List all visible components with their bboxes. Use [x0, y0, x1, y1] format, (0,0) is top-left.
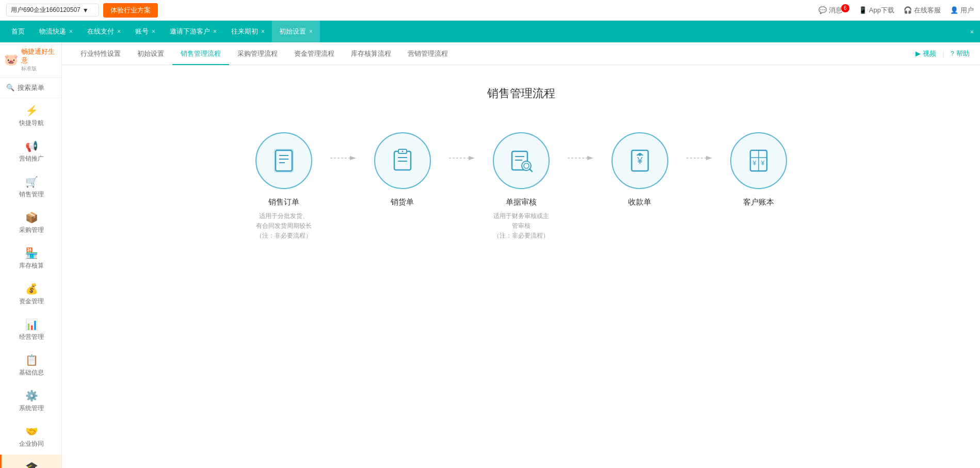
sidebar: 🐷 畅捷通好生意 标准版 🔍 搜索菜单 ⚡ 快捷导航 📢 营销推广 🛒 销售管理…	[0, 42, 62, 468]
sidebar-item-marketing[interactable]: 📢 营销推广	[0, 134, 61, 169]
sidebar-item-inventory[interactable]: 🏪 库存核算	[0, 241, 61, 276]
online-service-link[interactable]: 🎧 在线客服	[904, 6, 941, 15]
video-link[interactable]: ▶ 视频	[915, 49, 936, 58]
flow-circle-receipt[interactable]: ¥	[612, 132, 668, 189]
nav-tab-invite-close[interactable]: ×	[213, 28, 217, 35]
user-selector[interactable]: 用户690企业1660120507 ▼	[6, 4, 99, 17]
layout: 🐷 畅捷通好生意 标准版 🔍 搜索菜单 ⚡ 快捷导航 📢 营销推广 🛒 销售管理…	[0, 42, 980, 468]
flow-content: 销售管理流程 销售订单 适用于分批发货、有合同发货周期较长（注	[62, 65, 980, 262]
nav-tab-payment-label: 在线支付	[87, 27, 114, 36]
subtab-initial-setup[interactable]: 初始设置	[129, 42, 172, 65]
flow-circle-ledger[interactable]: ¥ ¥	[730, 132, 787, 189]
svg-point-24	[638, 153, 641, 156]
subtab-marketing-flow[interactable]: 营销管理流程	[399, 42, 456, 65]
sidebar-item-operations[interactable]: 📊 经营管理	[0, 312, 61, 348]
sidebar-item-finance[interactable]: 💰 资金管理	[0, 276, 61, 312]
message-icon: 💬	[818, 6, 827, 14]
subtab-sales-flow[interactable]: 销售管理流程	[172, 42, 229, 65]
arrow-icon-2	[449, 153, 475, 163]
flow-desc-sales-order: 适用于分批发货、有合同发货周期较长（注：非必要流程）	[256, 211, 312, 241]
subtab-sales-flow-label: 销售管理流程	[181, 49, 221, 58]
svg-marker-6	[350, 156, 356, 160]
cooperation-icon: 🤝	[25, 425, 38, 438]
nav-tab-setup[interactable]: 初始设置 ×	[272, 21, 320, 42]
sidebar-sales-label: 销售管理	[19, 190, 44, 199]
messages-label: 消息	[829, 6, 842, 15]
flow-arrow-2	[449, 132, 475, 163]
nav-tab-setup-close[interactable]: ×	[309, 28, 313, 35]
subtab-inventory-flow-label: 库存核算流程	[351, 49, 391, 58]
sidebar-basic-info-label: 基础信息	[19, 368, 44, 377]
logo-title: 畅捷通好生意	[21, 48, 57, 65]
flow-label-sales-order: 销售订单	[268, 197, 299, 207]
sidebar-search-label: 搜索菜单	[18, 83, 44, 92]
flow-item-ledger: ¥ ¥ 客户账本	[712, 132, 805, 211]
sidebar-item-quicknav[interactable]: ⚡ 快捷导航	[0, 98, 61, 134]
main-content: 行业特性设置 初始设置 销售管理流程 采购管理流程 资金管理流程 库存核算流程 …	[62, 42, 980, 468]
flow-item-sales-order: 销售订单 适用于分批发货、有合同发货周期较长（注：非必要流程）	[237, 132, 330, 241]
nav-tab-account-close[interactable]: ×	[152, 28, 155, 35]
sidebar-item-system[interactable]: ⚙️ 系统管理	[0, 383, 61, 419]
sidebar-item-search[interactable]: 🔍 搜索菜单	[0, 78, 61, 98]
nav-tab-initial-label: 往来期初	[231, 27, 258, 36]
subtab-industry[interactable]: 行业特性设置	[72, 42, 129, 65]
sidebar-item-guide[interactable]: 🎓 新手引导	[0, 455, 61, 468]
help-link[interactable]: ? 帮助	[951, 49, 970, 58]
flow-title: 销售管理流程	[93, 86, 949, 101]
flow-desc-review: 适用于财务审核或主管审核（注：非必要流程）	[493, 211, 549, 241]
nav-tab-logistics-close[interactable]: ×	[69, 28, 73, 35]
ledger-icon: ¥ ¥	[745, 147, 772, 174]
flow-arrow-4	[686, 132, 712, 163]
inventory-icon: 🏪	[25, 247, 38, 259]
flow-label-ledger: 客户账本	[743, 197, 774, 207]
app-icon: 📱	[859, 6, 867, 14]
top-bar-right: 💬 消息 6 📱 App下载 🎧 在线客服 👤 用户	[818, 6, 974, 15]
flow-circle-sales-order[interactable]	[255, 132, 312, 189]
nav-tab-invite-label: 邀请下游客户	[170, 27, 210, 36]
messages-link[interactable]: 💬 消息 6	[818, 6, 849, 15]
sidebar-item-purchase[interactable]: 📦 采购管理	[0, 205, 61, 241]
nav-tab-account[interactable]: 账号 ×	[128, 21, 163, 42]
review-icon	[508, 147, 535, 174]
headset-icon: 🎧	[904, 6, 912, 14]
sidebar-cooperation-label: 企业协同	[19, 440, 44, 448]
subtab-industry-label: 行业特性设置	[81, 49, 121, 58]
subtab-purchase-flow-label: 采购管理流程	[237, 49, 278, 58]
trial-button[interactable]: 体验行业方案	[103, 3, 158, 18]
svg-marker-26	[706, 156, 712, 160]
sidebar-purchase-label: 采购管理	[19, 226, 44, 235]
subtab-purchase-flow[interactable]: 采购管理流程	[229, 42, 286, 65]
sidebar-quicknav-label: 快捷导航	[19, 119, 44, 128]
nav-tab-initial[interactable]: 往来期初 ×	[224, 21, 272, 42]
flow-label-delivery: 销货单	[391, 197, 414, 207]
subtab-finance-flow[interactable]: 资金管理流程	[286, 42, 343, 65]
sales-icon: 🛒	[25, 176, 38, 188]
svg-marker-21	[587, 156, 593, 160]
nav-tab-invite[interactable]: 邀请下游客户 ×	[163, 21, 224, 42]
arrow-icon-3	[568, 153, 593, 163]
sidebar-item-cooperation[interactable]: 🤝 企业协同	[0, 419, 61, 455]
nav-close-all[interactable]: ×	[963, 28, 980, 36]
nav-tab-payment-close[interactable]: ×	[117, 28, 121, 35]
receipt-icon: ¥	[626, 147, 653, 174]
nav-tab-initial-close[interactable]: ×	[261, 28, 265, 35]
user-avatar[interactable]: 👤 用户	[950, 6, 974, 15]
flow-circle-delivery[interactable]	[374, 132, 431, 189]
user-name-label: 用户	[960, 6, 974, 15]
basic-info-icon: 📋	[25, 354, 38, 366]
sidebar-system-label: 系统管理	[19, 404, 44, 413]
svg-marker-13	[469, 156, 475, 160]
subtab-inventory-flow[interactable]: 库存核算流程	[343, 42, 399, 65]
sidebar-item-basic-info[interactable]: 📋 基础信息	[0, 348, 61, 383]
nav-tab-payment[interactable]: 在线支付 ×	[80, 21, 128, 42]
flow-label-review: 单据审核	[506, 197, 537, 207]
sidebar-item-sales[interactable]: 🛒 销售管理	[0, 169, 61, 205]
divider: |	[942, 50, 944, 57]
nav-tab-logistics[interactable]: 物流快递 ×	[32, 21, 80, 42]
sidebar-operations-label: 经营管理	[19, 333, 44, 341]
app-download-link[interactable]: 📱 App下载	[859, 6, 894, 15]
flow-label-receipt: 收款单	[628, 197, 651, 207]
flow-item-review: 单据审核 适用于财务审核或主管审核（注：非必要流程）	[475, 132, 568, 241]
flow-circle-review[interactable]	[493, 132, 550, 189]
nav-home[interactable]: 首页	[4, 21, 32, 42]
